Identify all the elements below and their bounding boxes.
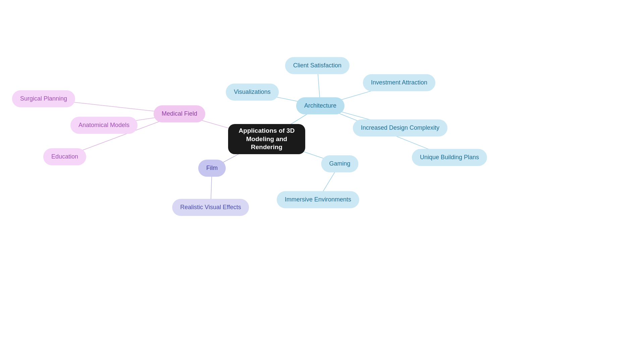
mind-map: Applications of 3D Modeling and Renderin… (0, 0, 644, 363)
node-surgical-planning[interactable]: Surgical Planning (12, 90, 75, 107)
center-node[interactable]: Applications of 3D Modeling and Renderin… (228, 124, 305, 154)
node-architecture[interactable]: Architecture (296, 97, 344, 114)
node-visualizations[interactable]: Visualizations (226, 83, 279, 101)
node-film[interactable]: Film (198, 160, 226, 177)
node-investment-attraction[interactable]: Investment Attraction (363, 74, 435, 91)
connections-svg (0, 0, 644, 363)
node-increased-design-complexity[interactable]: Increased Design Complexity (353, 119, 447, 136)
node-realistic-visual-effects[interactable]: Realistic Visual Effects (172, 199, 249, 216)
node-medical-field[interactable]: Medical Field (154, 105, 205, 122)
node-education[interactable]: Education (43, 148, 86, 165)
node-immersive-environments[interactable]: Immersive Environments (277, 191, 359, 208)
node-anatomical-models[interactable]: Anatomical Models (70, 117, 138, 134)
node-client-satisfaction[interactable]: Client Satisfaction (285, 57, 350, 74)
node-gaming[interactable]: Gaming (321, 155, 358, 172)
node-unique-building-plans[interactable]: Unique Building Plans (412, 149, 487, 166)
